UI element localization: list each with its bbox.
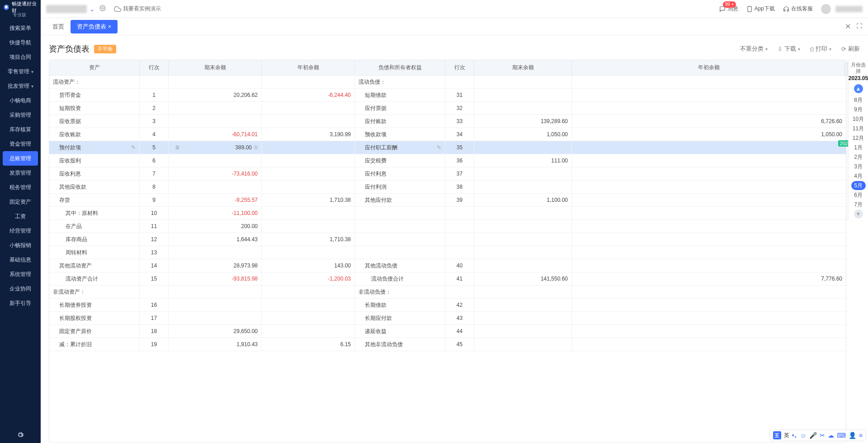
table-row[interactable]: 流动资产：流动负债： [49,76,846,89]
sidebar-item[interactable]: 搜索菜单 [0,21,41,35]
messages-button[interactable]: 99 + 消息 [719,5,738,13]
cell [262,220,355,233]
tab[interactable]: 资产负债表× [71,20,118,33]
table-row[interactable]: 其中：原材料10-11,100.00 [49,207,846,220]
sidebar-item[interactable]: 采购管理 [0,108,41,122]
svg-point-0 [102,7,104,9]
print-button[interactable]: ⎙打印▾ [810,45,831,53]
ime-toolbar[interactable]: 王 英 •｡ ☺ 🎤 ✂ ☁ ⌨ 👤 ≡ [770,430,865,440]
sidebar-item[interactable]: 固定资产 [0,195,41,209]
table-row[interactable]: 其他应收款8应付利润38 [49,181,846,194]
sidebar-item[interactable]: 新手引导 [0,296,41,310]
table-row[interactable]: 应收股利6应交税费36111.00 [49,154,846,167]
sidebar-item[interactable]: 税务管理 [0,180,41,195]
sidebar-item[interactable]: 小畅电商 [0,93,41,108]
table-row[interactable]: 应收利息7-73,416.00应付利息37 [49,167,846,181]
sidebar-item[interactable]: 工资 [0,209,41,224]
th-row-a: 行次 [140,60,169,75]
cell: 9 [140,194,169,206]
sidebar-item[interactable]: 快捷导航 [0,35,41,50]
month-item[interactable]: 1月 [851,143,866,152]
table-row[interactable]: 长期股权投资17长期应付款43 [49,312,846,325]
cell [474,299,572,311]
refresh-button[interactable]: ⟳刷新 [841,45,860,53]
fullscreen-icon[interactable] [856,23,863,30]
user-menu[interactable] [821,4,863,14]
month-item[interactable]: 11月 [851,124,866,133]
table-row[interactable]: 固定资产原价1829,650.00递延收益44 [49,325,846,338]
month-item[interactable]: 8月 [851,95,866,105]
edit-icon[interactable]: ✎ [131,144,136,151]
cell: 7 [140,167,169,180]
cell [262,76,355,88]
sidebar-item[interactable]: 小畅报销 [0,238,41,252]
month-item[interactable]: 2月 [851,152,866,162]
table-row[interactable]: 减：累计折旧191,910.436.15其他非流动负债45 [49,338,846,351]
table-row[interactable]: 短期投资2应付票据32 [49,102,846,115]
sidebar-item[interactable]: 总账管理 [3,151,38,166]
month-scroll-up[interactable]: ▲ [854,84,863,93]
doc-icon[interactable]: 🗎 [175,144,180,151]
cell [474,259,572,272]
table-row[interactable]: 货币资金120,206.62-6,244.40短期借款31 [49,89,846,102]
table-row[interactable]: 应收账款4-60,714.013,190.99预收款项341,050.001,0… [49,128,846,141]
table-row[interactable]: 应收票据3应付账款33139,289.606,726.60 [49,115,846,128]
table-row[interactable]: 存货9-9,255.571,710.38其他应付款391,100.00 [49,194,846,207]
table-row[interactable]: 其他流动资产1428,973.98143.00其他流动负债40 [49,259,846,272]
table-row[interactable]: 长期债券投资16长期借款42 [49,299,846,312]
sidebar-item[interactable]: 资金管理 [0,137,41,151]
demo-link[interactable]: 我要看实例演示 [114,5,161,13]
sidebar-item[interactable]: 零售管理 [0,64,41,79]
month-item[interactable]: 6月 [851,191,866,200]
cell: 货币资金 [49,89,140,101]
org-selector[interactable]: ⌄ [46,5,95,13]
month-item[interactable]: 5月 [851,181,866,190]
sidebar-item[interactable]: 库存核算 [0,122,41,137]
tab[interactable]: 首页 [46,20,71,33]
month-item[interactable]: 4月 [851,171,866,181]
month-item[interactable]: 3月 [851,162,866,171]
settings-icon[interactable] [99,5,106,13]
edit-icon[interactable]: ✎ [437,144,441,151]
cell: 其他应付款 [355,194,445,206]
table-row[interactable]: 周转材料13 [49,246,846,259]
download-icon [746,6,753,12]
sidebar-item[interactable]: 企业协同 [0,281,41,296]
online-service-button[interactable]: 在线客服 [783,5,813,13]
month-item[interactable]: 10月 [851,114,866,124]
month-item[interactable]: 12月 [851,133,866,143]
sidebar-item[interactable]: 系统管理 [0,267,41,281]
sidebar-item[interactable]: 项目合同 [0,50,41,64]
app-download-button[interactable]: App下载 [746,5,775,13]
cell [445,220,474,233]
month-item[interactable]: 9月 [851,105,866,114]
table-row[interactable]: 非流动资产：非流动负债： [49,286,846,299]
gear-icon[interactable] [17,431,24,438]
no-reclass-select[interactable]: 不重分类▾ [740,45,768,53]
download-button[interactable]: ⇩下载▾ [778,45,800,53]
month-item[interactable]: 7月 [851,200,866,209]
table-body[interactable]: 流动资产：流动负债：货币资金120,206.62-6,244.40短期借款31短… [49,76,846,443]
table-row[interactable]: 预付款项✎5🗎389.00⎘应付职工薪酬✎35 [49,141,846,154]
close-icon[interactable]: × [108,24,111,30]
avatar [821,4,831,14]
cell: 6.15 [262,338,355,351]
table-row[interactable]: 流动资产合计15-93,815.98-1,200.03流动负债合计41141,5… [49,272,846,286]
cell [572,246,846,259]
cell [262,207,355,219]
cell: 3 [140,115,169,128]
close-all-tabs-icon[interactable]: ✕ [845,22,851,31]
cell: 39 [445,194,474,206]
doc-icon[interactable]: ⎘ [255,144,258,151]
table-row[interactable]: 库存商品121,644.431,710.38 [49,233,846,246]
table-row[interactable]: 在产品11200.00 [49,220,846,233]
cell: 其他流动负债 [355,259,445,272]
svg-rect-1 [748,6,751,12]
cell: 37 [445,167,474,180]
sidebar-item[interactable]: 批发管理 [0,79,41,93]
month-scroll-down[interactable]: ▼ [854,210,863,219]
sidebar-item[interactable]: 经营管理 [0,224,41,238]
cell: 长期应付款 [355,312,445,324]
sidebar-item[interactable]: 基础信息 [0,252,41,267]
sidebar-item[interactable]: 发票管理 [0,166,41,180]
